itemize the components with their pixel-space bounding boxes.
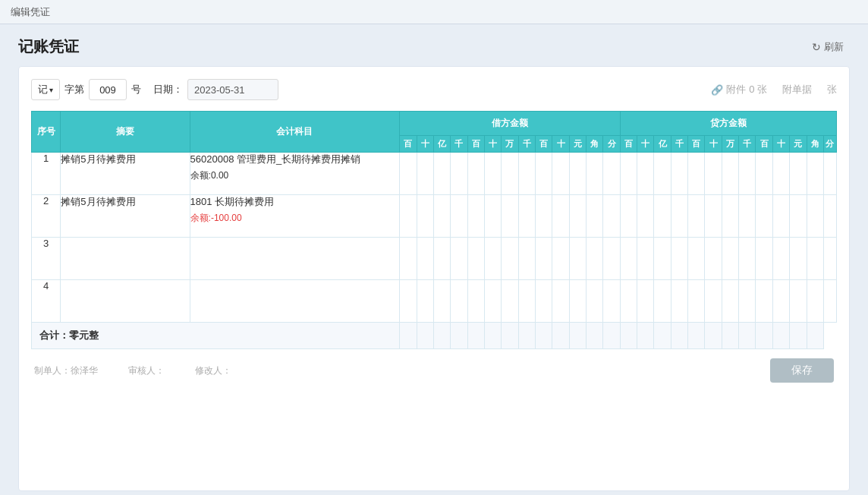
debit-col-2-10[interactable] bbox=[569, 238, 586, 280]
row-summary-3[interactable] bbox=[61, 280, 190, 323]
debit-col-1-7[interactable] bbox=[518, 195, 535, 238]
debit-col-2-11[interactable] bbox=[587, 238, 603, 280]
credit-col-3-10[interactable] bbox=[790, 280, 807, 323]
credit-col-0-3[interactable] bbox=[671, 153, 687, 195]
credit-col-0-8[interactable] bbox=[756, 153, 772, 195]
credit-col-0-9[interactable] bbox=[772, 153, 789, 195]
row-account-1[interactable]: 1801 长期待摊费用余额:-100.00 bbox=[190, 195, 400, 238]
debit-col-2-5[interactable] bbox=[484, 238, 501, 280]
debit-col-1-8[interactable] bbox=[536, 195, 552, 238]
credit-col-2-12[interactable] bbox=[823, 238, 836, 280]
credit-col-1-10[interactable] bbox=[790, 195, 807, 238]
credit-col-0-6[interactable] bbox=[722, 153, 738, 195]
debit-col-3-12[interactable] bbox=[603, 280, 620, 323]
credit-col-0-5[interactable] bbox=[705, 153, 722, 195]
credit-col-1-2[interactable] bbox=[654, 195, 671, 238]
debit-col-0-3[interactable] bbox=[451, 153, 467, 195]
debit-col-1-4[interactable] bbox=[467, 195, 484, 238]
credit-col-3-2[interactable] bbox=[654, 280, 671, 323]
debit-col-2-12[interactable] bbox=[603, 238, 620, 280]
credit-col-1-11[interactable] bbox=[807, 195, 823, 238]
debit-col-0-4[interactable] bbox=[467, 153, 484, 195]
debit-col-2-8[interactable] bbox=[536, 238, 552, 280]
row-summary-1[interactable]: 摊销5月待摊费用 bbox=[61, 195, 190, 238]
credit-col-3-11[interactable] bbox=[807, 280, 823, 323]
row-account-3[interactable] bbox=[190, 280, 400, 323]
debit-col-3-11[interactable] bbox=[587, 280, 603, 323]
credit-col-1-7[interactable] bbox=[739, 195, 756, 238]
debit-col-0-8[interactable] bbox=[536, 153, 552, 195]
date-input[interactable] bbox=[187, 79, 278, 100]
debit-col-0-11[interactable] bbox=[587, 153, 603, 195]
row-account-0[interactable]: 56020008 管理费用_长期待摊费用摊销余额:0.00 bbox=[190, 153, 400, 195]
debit-col-1-5[interactable] bbox=[484, 195, 501, 238]
credit-col-2-9[interactable] bbox=[772, 238, 789, 280]
credit-col-2-10[interactable] bbox=[790, 238, 807, 280]
debit-col-1-9[interactable] bbox=[552, 195, 569, 238]
credit-col-0-0[interactable] bbox=[620, 153, 637, 195]
credit-col-3-5[interactable] bbox=[705, 280, 722, 323]
credit-col-1-12[interactable] bbox=[823, 195, 836, 238]
credit-col-2-5[interactable] bbox=[705, 238, 722, 280]
credit-col-3-6[interactable] bbox=[722, 280, 738, 323]
credit-col-2-1[interactable] bbox=[637, 238, 654, 280]
credit-col-0-2[interactable] bbox=[654, 153, 671, 195]
credit-col-0-10[interactable] bbox=[790, 153, 807, 195]
credit-col-0-4[interactable] bbox=[688, 153, 705, 195]
attach-button[interactable]: 🔗 附件 0 张 bbox=[711, 83, 767, 96]
credit-col-3-1[interactable] bbox=[637, 280, 654, 323]
debit-col-2-6[interactable] bbox=[502, 238, 518, 280]
debit-col-2-9[interactable] bbox=[552, 238, 569, 280]
debit-col-0-12[interactable] bbox=[603, 153, 620, 195]
debit-col-3-4[interactable] bbox=[467, 280, 484, 323]
debit-col-1-6[interactable] bbox=[502, 195, 518, 238]
voucher-number-input[interactable] bbox=[89, 79, 127, 100]
debit-col-2-1[interactable] bbox=[417, 238, 433, 280]
credit-col-3-4[interactable] bbox=[688, 280, 705, 323]
debit-col-2-4[interactable] bbox=[467, 238, 484, 280]
credit-col-2-4[interactable] bbox=[688, 238, 705, 280]
debit-col-2-3[interactable] bbox=[451, 238, 467, 280]
debit-col-0-0[interactable] bbox=[400, 153, 417, 195]
debit-col-3-8[interactable] bbox=[536, 280, 552, 323]
debit-col-1-11[interactable] bbox=[587, 195, 603, 238]
debit-col-0-6[interactable] bbox=[502, 153, 518, 195]
credit-col-1-0[interactable] bbox=[620, 195, 637, 238]
credit-col-0-11[interactable] bbox=[807, 153, 823, 195]
credit-col-3-9[interactable] bbox=[772, 280, 789, 323]
credit-col-2-0[interactable] bbox=[620, 238, 637, 280]
debit-col-2-2[interactable] bbox=[433, 238, 450, 280]
debit-col-3-7[interactable] bbox=[518, 280, 535, 323]
debit-col-0-2[interactable] bbox=[433, 153, 450, 195]
credit-col-0-7[interactable] bbox=[739, 153, 756, 195]
debit-col-3-10[interactable] bbox=[569, 280, 586, 323]
credit-col-1-8[interactable] bbox=[756, 195, 772, 238]
save-button[interactable]: 保存 bbox=[770, 358, 834, 383]
credit-col-1-6[interactable] bbox=[722, 195, 738, 238]
credit-col-2-8[interactable] bbox=[756, 238, 772, 280]
debit-col-3-2[interactable] bbox=[433, 280, 450, 323]
credit-col-2-7[interactable] bbox=[739, 238, 756, 280]
debit-col-1-2[interactable] bbox=[433, 195, 450, 238]
credit-col-2-11[interactable] bbox=[807, 238, 823, 280]
type-dropdown[interactable]: 记 ▾ bbox=[31, 79, 60, 100]
credit-col-3-3[interactable] bbox=[671, 280, 687, 323]
credit-col-1-3[interactable] bbox=[671, 195, 687, 238]
debit-col-2-7[interactable] bbox=[518, 238, 535, 280]
credit-col-1-9[interactable] bbox=[772, 195, 789, 238]
debit-col-1-0[interactable] bbox=[400, 195, 417, 238]
credit-col-1-1[interactable] bbox=[637, 195, 654, 238]
credit-col-2-3[interactable] bbox=[671, 238, 687, 280]
debit-col-0-5[interactable] bbox=[484, 153, 501, 195]
row-summary-2[interactable] bbox=[61, 238, 190, 280]
debit-col-3-3[interactable] bbox=[451, 280, 467, 323]
credit-col-1-5[interactable] bbox=[705, 195, 722, 238]
debit-col-1-12[interactable] bbox=[603, 195, 620, 238]
debit-col-3-5[interactable] bbox=[484, 280, 501, 323]
credit-col-3-8[interactable] bbox=[756, 280, 772, 323]
row-account-2[interactable] bbox=[190, 238, 400, 280]
debit-col-0-9[interactable] bbox=[552, 153, 569, 195]
debit-col-0-10[interactable] bbox=[569, 153, 586, 195]
debit-col-1-10[interactable] bbox=[569, 195, 586, 238]
credit-col-3-12[interactable] bbox=[823, 280, 836, 323]
